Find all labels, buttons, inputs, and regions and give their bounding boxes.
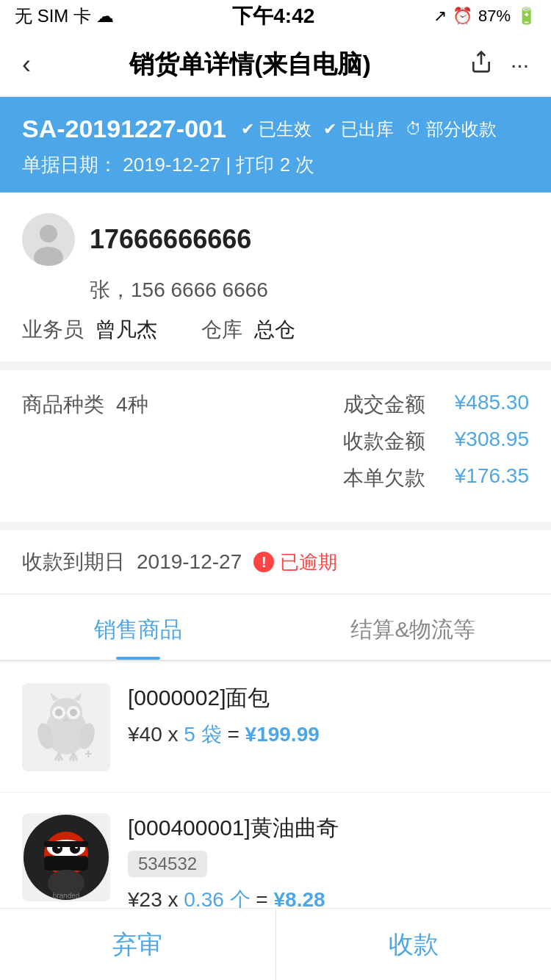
collect-payment-button[interactable]: 收款 [276, 909, 552, 980]
check-icon-1: ✔ [241, 120, 254, 139]
status-right: ↗ ⏰ 87% 🔋 [433, 7, 536, 26]
check-icon-2: ✔ [323, 120, 336, 139]
received-label: 收款金额 [343, 428, 425, 455]
customer-phone: 17666666666 [90, 224, 251, 255]
price-qty-1: 5 [184, 723, 195, 746]
battery-label: 87% [478, 7, 511, 26]
avatar [22, 213, 75, 266]
product-item: + [0000002]面包 ¥40 x 5 袋 = ¥199.99 [0, 663, 551, 793]
badge-partial: ⏱ 部分收款 [406, 118, 497, 141]
page-title: 销货单详情(来自电脑) [129, 48, 371, 82]
overdue-badge: ! 已逾期 [253, 550, 337, 575]
product-name-1: [0000002]面包 [128, 683, 320, 713]
svg-point-9 [70, 709, 77, 716]
product-info-2: [000400001]黄油曲奇 534532 ¥23 x 0.36 个 = ¥8… [128, 813, 339, 914]
price-unit-1: 袋 [201, 723, 222, 746]
nav-bar: ‹ 销货单详情(来自电脑) ··· [0, 32, 551, 97]
category-item: 商品种类 4种 [22, 391, 148, 419]
print-label: | 打印 [226, 154, 274, 176]
svg-marker-11 [50, 692, 59, 701]
location-icon: ↗ [433, 7, 447, 26]
salesperson-value: 曾凡杰 [96, 316, 157, 344]
customer-meta: 业务员 曾凡杰 仓库 总仓 [22, 316, 529, 344]
price-x-1: x [168, 723, 184, 746]
due-section: 收款到期日 2019-12-27 ! 已逾期 [0, 530, 551, 594]
product-info-1: [0000002]面包 ¥40 x 5 袋 = ¥199.99 [128, 683, 320, 749]
product-sku-2: 534532 [128, 851, 207, 877]
salesperson-label: 业务员 [22, 316, 84, 344]
bottom-actions: 弃审 收款 [0, 908, 551, 980]
collect-label: 收款 [389, 928, 439, 962]
price-total-1: ¥199.99 [245, 723, 320, 746]
svg-rect-31 [44, 841, 88, 847]
amount-label: 成交金额 [343, 391, 425, 419]
amount-value: ¥485.30 [455, 391, 529, 419]
customer-sub: 张，156 6666 6666 [22, 276, 529, 304]
salesperson-item: 业务员 曾凡杰 [22, 316, 157, 344]
abandon-review-button[interactable]: 弃审 [0, 909, 276, 980]
svg-point-2 [40, 225, 57, 242]
order-header: SA-20191227-001 ✔ 已生效 ✔ 已出库 ⏱ 部分收款 单据日期：… [0, 97, 551, 192]
svg-rect-29 [44, 856, 88, 871]
clock-icon: ⏱ [406, 120, 422, 139]
status-left: 无 SIM 卡 ☁ [15, 4, 114, 28]
order-id: SA-20191227-001 [22, 115, 226, 143]
badge-effective-label: 已生效 [259, 118, 311, 141]
summary-section: 商品种类 4种 成交金额 ¥485.30 收款金额 ¥308.95 本单欠款 ¥… [0, 370, 551, 522]
customer-section: 17666666666 张，156 6666 6666 业务员 曾凡杰 仓库 总… [0, 192, 551, 361]
product-price-1: ¥40 x 5 袋 = ¥199.99 [128, 721, 320, 749]
price-base-1: ¥40 [128, 723, 162, 746]
back-button[interactable]: ‹ [22, 49, 31, 80]
badge-shipped: ✔ 已出库 [323, 118, 394, 141]
status-badges: ✔ 已生效 ✔ 已出库 ⏱ 部分收款 [241, 118, 497, 141]
tab-settlement[interactable]: 结算&物流等 [276, 594, 551, 660]
received-row: 收款金额 ¥308.95 [343, 428, 529, 455]
products-section: + [0000002]面包 ¥40 x 5 袋 = ¥199.99 [0, 663, 551, 935]
warehouse-item: 仓库 总仓 [201, 316, 295, 344]
owed-label: 本单欠款 [343, 464, 425, 492]
due-date: 2019-12-27 [137, 550, 242, 574]
status-bar: 无 SIM 卡 ☁ 下午4:42 ↗ ⏰ 87% 🔋 [0, 0, 551, 32]
svg-point-8 [55, 709, 62, 716]
print-count: 2 [280, 154, 290, 176]
category-value: 4种 [116, 391, 148, 419]
product-name-2: [000400001]黄油曲奇 [128, 813, 339, 843]
warehouse-label: 仓库 [201, 316, 242, 344]
received-value: ¥308.95 [455, 428, 529, 455]
product-thumb-1: + [22, 683, 110, 771]
tabs-section: 销售商品 结算&物流等 [0, 594, 551, 661]
svg-text:+: + [84, 746, 93, 761]
nav-actions: ··· [469, 50, 529, 79]
alarm-icon: ⏰ [453, 7, 472, 26]
battery-icon: 🔋 [516, 7, 536, 26]
print-suffix: 次 [295, 154, 314, 176]
badge-effective: ✔ 已生效 [241, 118, 311, 141]
svg-marker-12 [73, 692, 82, 701]
tab-sales-label: 销售商品 [94, 617, 182, 641]
date-label: 单据日期： [22, 154, 118, 176]
summary-left: 商品种类 4种 [22, 391, 148, 425]
order-date: 2019-12-27 [123, 154, 220, 176]
order-date-row: 单据日期： 2019-12-27 | 打印 2 次 [22, 152, 529, 178]
tab-settlement-label: 结算&物流等 [350, 617, 475, 641]
amount-row: 成交金额 ¥485.30 [343, 391, 529, 419]
owed-value: ¥176.35 [455, 464, 529, 492]
share-icon[interactable] [469, 50, 493, 79]
sim-label: 无 SIM 卡 ☁ [15, 4, 114, 28]
product-thumb-2: branded [22, 813, 110, 901]
warehouse-value: 总仓 [254, 316, 295, 344]
more-icon[interactable]: ··· [511, 52, 529, 77]
category-label: 商品种类 [22, 391, 104, 419]
overdue-label: 已逾期 [280, 550, 337, 575]
summary-right: 成交金额 ¥485.30 收款金额 ¥308.95 本单欠款 ¥176.35 [343, 391, 529, 501]
abandon-label: 弃审 [112, 928, 162, 962]
tab-sales-products[interactable]: 销售商品 [0, 594, 276, 660]
badge-partial-label: 部分收款 [426, 118, 497, 141]
price-eq-1: = [227, 723, 245, 746]
badge-shipped-label: 已出库 [341, 118, 394, 141]
due-label: 收款到期日 [22, 548, 125, 576]
svg-text:branded: branded [53, 892, 80, 900]
status-time: 下午4:42 [232, 2, 314, 30]
owed-row: 本单欠款 ¥176.35 [343, 464, 529, 492]
overdue-icon: ! [253, 552, 274, 572]
